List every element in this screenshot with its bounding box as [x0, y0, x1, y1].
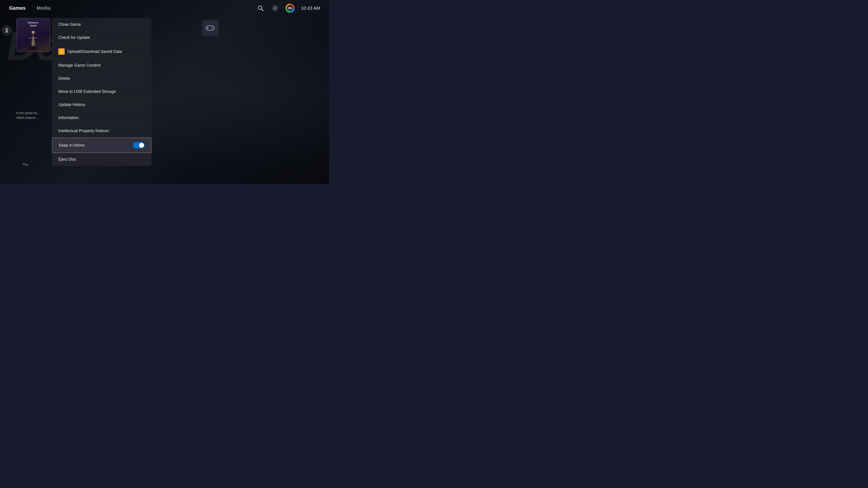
keep-home-toggle[interactable]: [133, 142, 145, 149]
ps-plus-icon: +: [58, 48, 65, 55]
sidebar: [0, 16, 13, 184]
menu-item-information-label: Information: [58, 116, 79, 120]
menu-item-close-game[interactable]: Close Game: [52, 18, 151, 31]
time-display: 10:43 AM: [301, 6, 320, 11]
topbar-right: PS 10:43 AM: [256, 4, 320, 13]
game-description: In his quest for... Allant channe...: [16, 111, 39, 120]
menu-item-delete-label: Delete: [58, 76, 70, 81]
menu-item-ip-notices-label: Intellectual Property Notices: [58, 129, 109, 133]
game-thumb-title: Demon'sSouls: [19, 21, 48, 27]
context-menu: Close Game Check for Update + Upload/Dow…: [52, 18, 151, 166]
menu-item-upload-download[interactable]: + Upload/Download Saved Data: [52, 44, 151, 59]
menu-item-update-history-label: Update History: [58, 102, 85, 107]
menu-item-upload-download-label: Upload/Download Saved Data: [67, 49, 122, 54]
svg-point-2: [274, 7, 276, 9]
menu-item-eject-disc-label: Eject Disc: [58, 157, 76, 162]
controller-icon: [205, 24, 215, 32]
svg-point-4: [28, 46, 39, 50]
menu-item-update-history[interactable]: Update History: [52, 98, 151, 111]
menu-item-ip-notices[interactable]: Intellectual Property Notices: [52, 125, 151, 138]
nav-tab-media[interactable]: Media: [36, 5, 51, 11]
controller-icon-box: [202, 20, 218, 36]
ps-logo: PS: [288, 6, 292, 10]
search-icon[interactable]: [256, 4, 265, 12]
playstation-icon[interactable]: PS: [285, 4, 294, 13]
svg-point-11: [213, 28, 213, 29]
menu-item-check-update-label: Check for Update: [58, 35, 90, 40]
svg-line-1: [261, 9, 264, 11]
menu-item-move-usb[interactable]: Move to USB Extended Storage: [52, 85, 151, 98]
play-label: Pla...: [23, 162, 30, 166]
game-thumb-inner: Demon'sSouls: [17, 19, 50, 52]
menu-item-close-game-label: Close Game: [58, 22, 81, 27]
menu-item-move-usb-label: Move to USB Extended Storage: [58, 89, 116, 94]
sidebar-pin-icon[interactable]: [2, 25, 12, 36]
topbar: Games Media PS 10:43 AM: [0, 0, 329, 16]
svg-point-13: [211, 28, 212, 29]
menu-item-keep-home-label: Keep in Home: [59, 143, 85, 148]
menu-item-information[interactable]: Information: [52, 111, 151, 125]
game-thumbnail[interactable]: Demon'sSouls: [16, 18, 50, 52]
menu-item-manage-content-label: Manage Game Content: [58, 63, 101, 68]
menu-item-delete[interactable]: Delete: [52, 72, 151, 85]
desc-line1: In his quest for...: [16, 111, 39, 116]
menu-item-manage-content[interactable]: Manage Game Content: [52, 59, 151, 72]
menu-item-check-update[interactable]: Check for Update: [52, 31, 151, 44]
svg-point-12: [212, 29, 213, 29]
game-silhouette: [24, 30, 42, 51]
svg-point-10: [212, 27, 213, 28]
topbar-nav: Games Media: [9, 5, 51, 11]
svg-point-5: [32, 31, 35, 34]
settings-icon[interactable]: [271, 4, 279, 12]
toggle-knob: [139, 143, 144, 148]
desc-line2: Allant channe...: [16, 116, 39, 120]
play-area: Pla...: [23, 162, 30, 166]
menu-item-keep-home[interactable]: Keep in Home: [52, 138, 151, 153]
nav-tab-games[interactable]: Games: [9, 5, 26, 11]
menu-item-eject-disc[interactable]: Eject Disc: [52, 153, 151, 166]
